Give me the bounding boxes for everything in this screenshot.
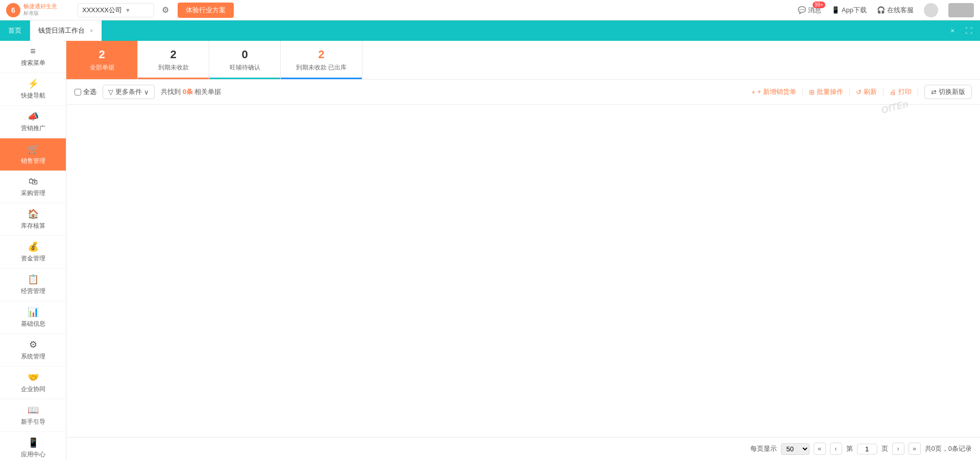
prev-page-button[interactable]: ‹ [830, 443, 842, 455]
basic-info-icon: 📊 [28, 306, 39, 318]
system-icon: ⚙ [29, 339, 37, 350]
tab-close-icon[interactable]: × [90, 28, 93, 34]
last-page-button[interactable]: » [909, 443, 921, 455]
sidebar-item-guide[interactable]: 📖 新手引导 [0, 399, 66, 432]
stat-all-label: 全部单据 [90, 63, 114, 72]
sidebar-item-purchase[interactable]: 🛍 采购管理 [0, 171, 66, 203]
inventory-icon: 🏠 [28, 208, 39, 220]
stat-card-all[interactable]: 2 全部单据 [66, 41, 138, 79]
tab-home[interactable]: 首页 [0, 20, 30, 41]
window-close-button[interactable]: × [945, 23, 960, 38]
sidebar-finance-label: 资金管理 [21, 254, 45, 263]
current-page-input[interactable] [857, 444, 877, 454]
print-btn-label: 打印 [898, 87, 912, 96]
download-icon: 📱 [831, 6, 840, 14]
batch-operation-button[interactable]: ⊞ 批量操作 [809, 87, 843, 96]
toolbar-divider-4 [918, 88, 918, 96]
operations-icon: 📋 [28, 274, 39, 285]
per-page-label: 每页显示 [750, 444, 777, 453]
sidebar-item-app-center[interactable]: 📱 应用中心 [0, 432, 66, 460]
first-page-button[interactable]: « [814, 443, 826, 455]
company-chevron-icon: ▼ [125, 7, 131, 13]
switch-version-button[interactable]: ⇄ 切换新版 [924, 85, 972, 99]
select-all-input[interactable] [75, 89, 81, 95]
app-download-button[interactable]: 📱 App下载 [831, 6, 867, 15]
settings-button[interactable]: ⚙ [158, 3, 173, 17]
stat-shipped-label: 到期未收款 已出库 [296, 63, 347, 72]
stat-card-wangfu[interactable]: 0 旺辅待确认 [209, 41, 281, 79]
message-button[interactable]: 💬 消息 99+ [798, 6, 821, 15]
stat-shipped-number: 2 [318, 48, 325, 61]
guide-icon: 📖 [28, 404, 39, 416]
refresh-btn-label: 刷新 [864, 87, 877, 96]
next-page-button[interactable]: › [892, 443, 904, 455]
sidebar-item-marketing[interactable]: 📣 营销推广 [0, 106, 66, 138]
sidebar-quick-nav-label: 快捷导航 [21, 91, 45, 100]
stat-card-shipped[interactable]: 2 到期未收款 已出库 [281, 41, 362, 79]
sidebar-item-enterprise[interactable]: 🤝 企业协同 [0, 367, 66, 399]
more-filter-button[interactable]: ▽ 更多条件 ∨ [103, 85, 155, 99]
window-maximize-button[interactable]: ⛶ [962, 23, 976, 38]
add-btn-label: + 新增销货单 [757, 87, 796, 96]
stat-wangfu-label: 旺辅待确认 [230, 63, 260, 72]
table-area [66, 105, 980, 437]
toolbar-right: + + 新增销货单 ⊞ 批量操作 ↺ 刷新 🖨 打印 [751, 85, 972, 99]
trial-button[interactable]: 体验行业方案 [178, 3, 234, 18]
sidebar-enterprise-label: 企业协同 [21, 385, 45, 394]
toolbar-divider-3 [883, 88, 884, 96]
tab-actions: × ⛶ [945, 20, 980, 41]
stat-card-overdue[interactable]: 2 到期未收款 [138, 41, 209, 79]
sidebar-app-center-label: 应用中心 [21, 450, 45, 459]
sidebar-item-quick-nav[interactable]: ⚡ 快捷导航 [0, 73, 66, 106]
print-button[interactable]: 🖨 打印 [890, 87, 912, 96]
online-service-label: 在线客服 [887, 6, 914, 15]
select-all-checkbox[interactable]: 全选 [75, 87, 96, 96]
found-count: 0条 [183, 88, 193, 95]
print-icon: 🖨 [890, 88, 896, 96]
enterprise-icon: 🤝 [28, 372, 39, 383]
app-download-label: App下载 [842, 6, 867, 15]
sidebar-item-search-menu[interactable]: ≡ 搜索菜单 [0, 41, 66, 73]
finance-icon: 💰 [28, 241, 39, 252]
refresh-button[interactable]: ↺ 刷新 [856, 87, 877, 96]
sidebar-item-basic-info[interactable]: 📊 基础信息 [0, 301, 66, 334]
header-right: 💬 消息 99+ 📱 App下载 🎧 在线客服 [798, 3, 974, 17]
home-tab-label: 首页 [8, 26, 21, 35]
sidebar-item-operations[interactable]: 📋 经营管理 [0, 269, 66, 301]
toolbar: 全选 ▽ 更多条件 ∨ 共找到 0条 相关单据 + + 新增销货单 ⊞ [66, 80, 980, 105]
page-suffix-label: 页 [881, 444, 888, 453]
app-name: 畅捷通好生意 [23, 3, 57, 10]
stat-wangfu-number: 0 [241, 48, 248, 61]
sidebar-item-sales[interactable]: 🛒 销售管理 [0, 138, 66, 171]
toolbar-divider-2 [849, 88, 850, 96]
stat-overdue-label: 到期未收款 [158, 63, 189, 72]
message-icon: 💬 [798, 6, 806, 14]
pagination-bar: 每页显示 20 50 100 « ‹ 第 页 › » 共0页，0条记录 [66, 437, 980, 460]
sidebar-purchase-label: 采购管理 [21, 189, 45, 198]
found-suffix: 相关单据 [194, 88, 221, 95]
sidebar-system-label: 系统管理 [21, 352, 45, 361]
switch-btn-label: 切换新版 [939, 87, 965, 96]
sidebar-item-finance[interactable]: 💰 资金管理 [0, 236, 66, 269]
search-menu-icon: ≡ [30, 46, 36, 57]
company-selector[interactable]: XXXXXX公司 ▼ [78, 3, 154, 17]
sidebar-marketing-label: 营销推广 [21, 124, 45, 133]
sidebar-item-system[interactable]: ⚙ 系统管理 [0, 334, 66, 367]
logo-area: 6 畅捷通好生意 标准版 [6, 3, 72, 17]
sidebar-item-inventory[interactable]: 🏠 库存核算 [0, 203, 66, 236]
batch-icon: ⊞ [809, 88, 815, 96]
per-page-select[interactable]: 20 50 100 [781, 443, 810, 455]
add-sales-order-button[interactable]: + + 新增销货单 [751, 87, 796, 96]
stat-overdue-number: 2 [170, 48, 176, 61]
found-prefix: 共找到 [161, 88, 181, 95]
filter-chevron-icon: ∨ [144, 88, 149, 96]
filter-icon: ▽ [108, 88, 113, 96]
online-service-button[interactable]: 🎧 在线客服 [877, 6, 914, 15]
more-filter-label: 更多条件 [115, 87, 142, 96]
user-avatar[interactable] [948, 3, 974, 17]
sidebar-operations-label: 经营管理 [21, 287, 45, 296]
tab-qianhuoriqing[interactable]: 钱货日清工作台 × [30, 20, 102, 41]
avatar[interactable] [924, 3, 938, 17]
sidebar-search-label: 搜索菜单 [21, 59, 45, 67]
top-header: 6 畅捷通好生意 标准版 XXXXXX公司 ▼ ⚙ 体验行业方案 💬 消息 99… [0, 0, 980, 20]
